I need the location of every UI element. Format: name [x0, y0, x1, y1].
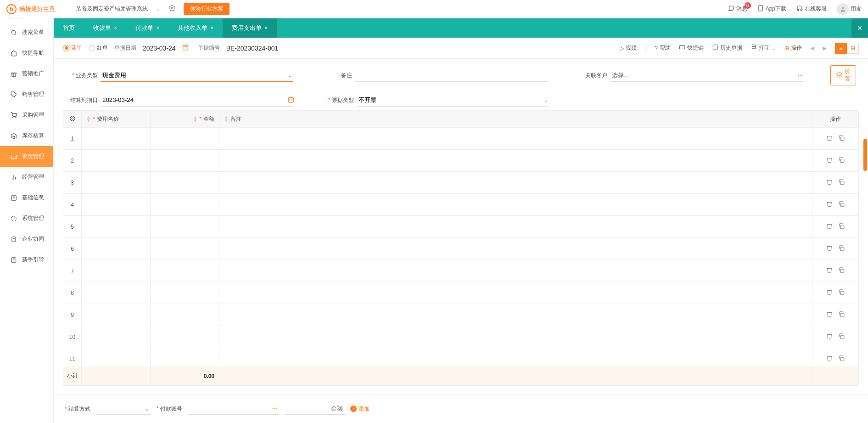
sidebar-item-marketing[interactable]: 营销推广	[0, 63, 53, 84]
delete-icon[interactable]	[826, 245, 833, 253]
calendar-icon[interactable]	[288, 96, 294, 104]
invoicetype-input[interactable]	[357, 94, 549, 107]
table-row[interactable]: 3	[63, 172, 858, 194]
settledate-input[interactable]	[101, 94, 293, 107]
delete-icon[interactable]	[826, 333, 833, 341]
tab-other-income[interactable]: 其他收入单×	[168, 18, 223, 38]
biztype-input[interactable]	[101, 69, 293, 82]
cell-amount[interactable]	[151, 326, 219, 348]
settle-method-select[interactable]: ⌄	[96, 403, 151, 415]
cell-remark[interactable]	[219, 216, 812, 237]
copy-icon[interactable]	[838, 289, 845, 297]
help-link[interactable]: ?帮助	[655, 44, 671, 52]
sidebar-item-sales[interactable]: 销售管理	[0, 84, 53, 105]
cell-remark[interactable]	[219, 194, 812, 215]
messages-link[interactable]: 消息 6	[728, 5, 747, 13]
close-icon[interactable]: ×	[114, 25, 117, 31]
cell-name[interactable]	[82, 238, 151, 259]
next-icon[interactable]: ▶	[823, 45, 827, 51]
sidebar-item-quicknav[interactable]: 快捷导航	[0, 43, 53, 63]
cell-amount[interactable]	[151, 348, 219, 367]
copy-icon[interactable]	[838, 157, 845, 164]
prev-icon[interactable]: ◀	[810, 45, 814, 51]
chevron-down-icon[interactable]: ⌄	[288, 72, 292, 79]
delete-icon[interactable]	[826, 223, 833, 231]
view-list[interactable]: ≡	[835, 43, 847, 54]
view-flow[interactable]: ⊟	[847, 43, 859, 54]
delete-icon[interactable]	[826, 289, 833, 297]
cell-name[interactable]	[82, 260, 151, 282]
sidebar-item-funds[interactable]: 资金管理	[0, 146, 53, 167]
table-row[interactable]: 7	[63, 260, 858, 282]
col-header-remark[interactable]: ▲▼备注	[219, 111, 812, 127]
cell-amount[interactable]	[151, 194, 219, 215]
cell-name[interactable]	[82, 172, 151, 193]
doc-date-value[interactable]: 2023-03-24	[143, 45, 176, 52]
gear-icon[interactable]	[169, 5, 175, 13]
cell-amount[interactable]	[151, 216, 219, 237]
tab-receipt[interactable]: 收款单×	[84, 18, 126, 38]
video-link[interactable]: ▷视频	[620, 44, 637, 52]
cell-name[interactable]	[82, 128, 151, 149]
cell-name[interactable]	[82, 216, 151, 237]
cell-amount[interactable]	[151, 304, 219, 326]
table-row[interactable]: 6	[63, 238, 858, 260]
close-icon[interactable]: ×	[210, 25, 213, 31]
tab-home[interactable]: 首页	[54, 18, 84, 38]
ops-link[interactable]: ⊞操作	[784, 44, 802, 52]
copy-icon[interactable]	[838, 245, 845, 253]
online-service-link[interactable]: 在线客服	[796, 5, 827, 13]
calendar-icon[interactable]	[182, 44, 189, 52]
sidebar-item-collab[interactable]: 企业协同	[0, 229, 53, 249]
delete-icon[interactable]	[826, 201, 833, 209]
delete-icon[interactable]	[826, 179, 833, 186]
cell-amount[interactable]	[151, 238, 219, 259]
cell-name[interactable]	[82, 304, 151, 326]
shortcut-link[interactable]: 快捷键	[679, 44, 704, 52]
close-icon[interactable]: ×	[264, 25, 268, 31]
amount-input[interactable]	[285, 403, 345, 415]
sidebar-item-search[interactable]: 搜索菜单	[0, 22, 53, 43]
col-header-amount[interactable]: ▲▼*金额	[151, 111, 219, 127]
cell-amount[interactable]	[151, 172, 219, 193]
sidebar-item-operation[interactable]: 经营管理	[0, 167, 53, 187]
cell-remark[interactable]	[219, 238, 812, 259]
sidebar-item-guide[interactable]: 新手引导	[0, 249, 53, 270]
sidebar-item-basicinfo[interactable]: 基础信息	[0, 187, 53, 208]
copy-icon[interactable]	[838, 179, 845, 186]
cell-remark[interactable]	[219, 326, 812, 348]
cell-remark[interactable]	[219, 128, 812, 149]
cell-name[interactable]	[82, 194, 151, 215]
cell-name[interactable]	[82, 282, 151, 304]
sidebar-item-purchase[interactable]: 采购管理	[0, 105, 53, 125]
tab-expense[interactable]: 费用支出单×	[223, 18, 277, 38]
delete-icon[interactable]	[826, 135, 833, 142]
close-icon[interactable]: ×	[156, 25, 159, 31]
settings-button[interactable]: 设置	[830, 65, 856, 85]
cell-remark[interactable]	[219, 172, 812, 193]
app-download-link[interactable]: App下载	[757, 5, 786, 13]
pay-account-select[interactable]: ⋯	[188, 403, 280, 415]
note-input[interactable]	[355, 69, 548, 82]
user-menu[interactable]: 用友	[837, 3, 862, 15]
sidebar-item-inventory[interactable]: 库存核算	[0, 125, 53, 146]
cell-remark[interactable]	[219, 260, 812, 282]
table-row[interactable]: 8	[63, 282, 858, 304]
print-link[interactable]: 打印⌄	[750, 44, 776, 52]
tab-payment[interactable]: 付款单×	[126, 18, 168, 38]
scrollbar-thumb[interactable]	[863, 139, 867, 171]
cell-name[interactable]	[82, 348, 151, 367]
delete-icon[interactable]	[826, 355, 833, 363]
cell-name[interactable]	[82, 326, 151, 348]
cell-remark[interactable]	[219, 282, 812, 304]
copy-icon[interactable]	[838, 355, 845, 363]
delete-icon[interactable]	[826, 157, 833, 164]
col-header-name[interactable]: ▲▼*费用名称	[82, 111, 151, 127]
chevron-down-icon[interactable]: ⌄	[544, 97, 549, 103]
cell-remark[interactable]	[219, 304, 812, 326]
add-button[interactable]: + 添加	[350, 405, 370, 413]
delete-icon[interactable]	[826, 311, 833, 319]
radio-blue[interactable]: 蓝单	[63, 44, 82, 52]
table-row[interactable]: 1	[63, 128, 858, 150]
customer-input[interactable]	[610, 69, 803, 82]
